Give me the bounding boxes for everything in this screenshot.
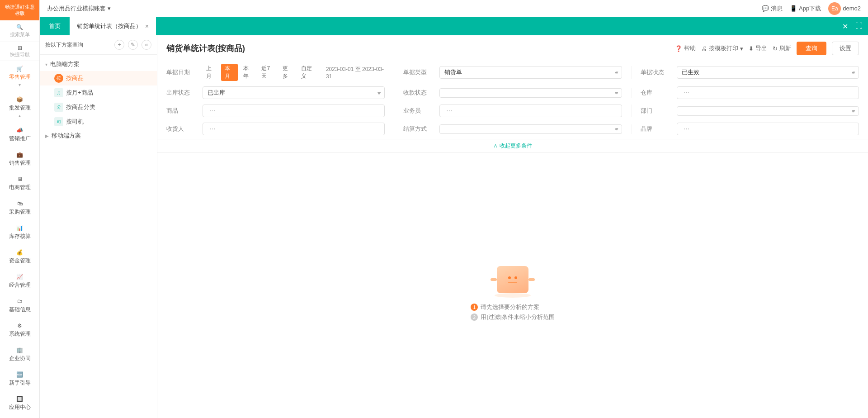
payment-status-select[interactable]: ▾ <box>439 88 622 98</box>
tree-parent-mobile[interactable]: ▶ 移动端方案 <box>40 129 157 142</box>
date-tab-custom[interactable]: 自定义 <box>297 64 319 81</box>
sidebar-item-purchase[interactable]: 🛍 采购管理 <box>0 196 39 220</box>
sidebar-item-system[interactable]: ⚙ 系统管理 <box>0 318 39 342</box>
industry-dropdown[interactable]: 办公用品行业模拟账套 ▾ <box>47 5 111 13</box>
nav-label: 快捷导航 <box>0 51 39 58</box>
active-scheme-icon: 按 <box>54 74 63 83</box>
settlement-select[interactable]: ▾ <box>439 124 622 134</box>
receiver-input[interactable]: ··· <box>203 123 385 135</box>
tree-child-by-category[interactable]: 分 按商品分类 <box>40 100 157 114</box>
tree-child-by-driver[interactable]: 司 按司机 <box>40 114 157 129</box>
header-right: 💬 消息 📱 App下载 Ea demo2 <box>762 2 861 15</box>
header-left: 办公用品行业模拟账套 ▾ <box>47 5 111 13</box>
help-btn[interactable]: ❓ 帮助 <box>675 44 696 52</box>
app-download-btn[interactable]: 📱 App下载 <box>790 5 821 13</box>
stock-status-select[interactable]: 已出库 ▾ <box>203 86 385 99</box>
search-label: 搜索菜单 <box>3 31 37 38</box>
print-icon: 🖨 <box>701 45 707 52</box>
goods-input[interactable]: ··· <box>203 104 385 117</box>
sidebar-item-retail[interactable]: 🛒 零售管理 ▾ <box>0 61 39 92</box>
print-btn[interactable]: 🖨 按模板打印 ▾ <box>701 44 743 52</box>
dept-select[interactable]: ▾ <box>677 106 859 116</box>
refresh-label: 刷新 <box>779 44 791 52</box>
refresh-btn[interactable]: ↻ 刷新 <box>773 44 791 52</box>
retail-icon: 🛒 <box>16 66 23 72</box>
goods-label: 商品 <box>166 107 203 115</box>
bill-status-value: 已生效 <box>682 68 699 76</box>
date-label: 单据日期 <box>166 68 203 76</box>
export-label: 导出 <box>755 44 767 52</box>
username-label: demo2 <box>843 5 861 12</box>
message-btn[interactable]: 💬 消息 <box>762 5 783 13</box>
brand-input[interactable]: ··· <box>677 123 859 135</box>
sidebar-nav-quick[interactable]: ⊞ 快捷导航 <box>0 42 39 61</box>
date-tab-year[interactable]: 本年 <box>240 64 256 81</box>
user-area[interactable]: Ea demo2 <box>828 2 861 15</box>
left-panel: 按以下方案查询 + ✎ « ▾ 电脑端方案 按 按商品 月 按月+商品 <box>40 35 157 418</box>
page-header: 销货单统计表(按商品) ❓ 帮助 🖨 按模板打印 ▾ ⬇ 导出 <box>157 35 868 60</box>
hint-text-1: 请先选择要分析的方案 <box>481 303 539 311</box>
chevron-icon-mobile: ▶ <box>45 133 49 138</box>
settlement-arrow: ▾ <box>615 127 617 132</box>
top-header: 办公用品行业模拟账套 ▾ 💬 消息 📱 App下载 Ea demo2 <box>40 0 868 17</box>
date-tab-prev-month[interactable]: 上月 <box>203 64 219 81</box>
appstore-label: 应用中心 <box>9 404 31 411</box>
tab-active[interactable]: 销货单统计表（按商品） × <box>70 17 156 35</box>
payment-status-wrapper: ▾ <box>439 88 622 98</box>
warehouse-dots: ··· <box>682 89 691 97</box>
query-btn[interactable]: 查询 <box>797 42 826 55</box>
tree-child-by-month-goods[interactable]: 月 按月+商品 <box>40 86 157 100</box>
tree-parent-mobile-label: 移动端方案 <box>52 132 81 140</box>
sidebar-item-guide[interactable]: 🆕 新手引导 <box>0 367 39 391</box>
home-label: 首页 <box>49 22 61 30</box>
finance-label: 资金管理 <box>9 257 31 265</box>
sidebar-item-basic[interactable]: 🗂 基础信息 <box>0 294 39 318</box>
tab-expand-icon[interactable]: ⛶ <box>854 20 864 32</box>
sidebar-item-finance[interactable]: 💰 资金管理 <box>0 245 39 269</box>
tree-child-by-goods[interactable]: 按 按商品 <box>40 71 157 86</box>
sidebar-item-wholesale[interactable]: 📦 批发管理 ▴ <box>0 92 39 123</box>
goods-dots: ··· <box>208 107 217 115</box>
hint-badge-1: 1 <box>471 304 478 311</box>
tree-child-by-goods-label: 按商品 <box>66 74 84 82</box>
left-panel-header: 按以下方案查询 + ✎ « <box>40 35 157 55</box>
tab-close-btn[interactable]: × <box>145 23 149 29</box>
collapse-filter-btn[interactable]: ∧ 收起更多条件 <box>157 139 868 152</box>
collapse-panel-btn[interactable]: « <box>142 40 151 50</box>
date-tab-current-month[interactable]: 本月 <box>221 64 238 81</box>
staff-dots: ··· <box>444 107 454 115</box>
tab-close-all-icon[interactable]: ✕ <box>840 20 850 33</box>
sidebar-item-operation[interactable]: 📈 经营管理 <box>0 269 39 294</box>
bill-type-wrapper: 销货单 ▾ <box>439 66 622 79</box>
tree-parent-pc[interactable]: ▾ 电脑端方案 <box>40 57 157 71</box>
sidebar: 畅捷通好生意 标版 🔍 搜索菜单 ⊞ 快捷导航 🛒 零售管理 ▾ 📦 批发管理 … <box>0 0 40 418</box>
edit-scheme-btn[interactable]: ✎ <box>128 40 138 50</box>
staff-input[interactable]: ··· <box>439 104 622 117</box>
sidebar-item-wechat[interactable]: 💬 企业微信 <box>0 416 39 418</box>
scheme-icon-2: 分 <box>54 103 63 112</box>
sidebar-search[interactable]: 🔍 搜索菜单 <box>0 20 39 42</box>
warehouse-input[interactable]: ··· <box>677 86 859 99</box>
wholesale-icon: 📦 <box>16 96 23 103</box>
export-btn[interactable]: ⬇ 导出 <box>749 44 767 52</box>
date-tab-7days[interactable]: 近7天 <box>258 64 277 81</box>
date-tab-more[interactable]: 更多 <box>279 64 296 81</box>
bill-status-arrow: ▾ <box>852 70 854 75</box>
sidebar-item-sales[interactable]: 💼 销售管理 <box>0 147 39 171</box>
brand-dots: ··· <box>682 125 691 133</box>
sidebar-item-ecom[interactable]: 🖥 电商管理 <box>0 171 39 196</box>
bill-type-select[interactable]: 销货单 ▾ <box>439 66 622 79</box>
add-scheme-btn[interactable]: + <box>114 40 124 50</box>
sidebar-item-marketing[interactable]: 📣 营销推广 <box>0 123 39 147</box>
filter-row-2: 出库状态 已出库 ▾ 收款状态 <box>166 86 859 99</box>
filter-row-1: 单据日期 上月 本月 本年 近7天 更多 自定义 2023-03-01 至 20… <box>166 64 859 81</box>
sidebar-item-inventory[interactable]: 📊 库存核算 <box>0 220 39 245</box>
settings-btn[interactable]: 设置 <box>832 42 859 55</box>
bill-status-select[interactable]: 已生效 ▾ <box>677 66 859 79</box>
tab-home[interactable]: 首页 <box>40 17 70 35</box>
print-label: 按模板打印 <box>709 44 738 52</box>
inventory-label: 库存核算 <box>9 233 31 240</box>
sidebar-item-appstore[interactable]: 🔲 应用中心 <box>0 391 39 416</box>
tree-child-by-month-goods-label: 按月+商品 <box>66 89 93 97</box>
sidebar-item-corp[interactable]: 🏢 企业协同 <box>0 342 39 367</box>
